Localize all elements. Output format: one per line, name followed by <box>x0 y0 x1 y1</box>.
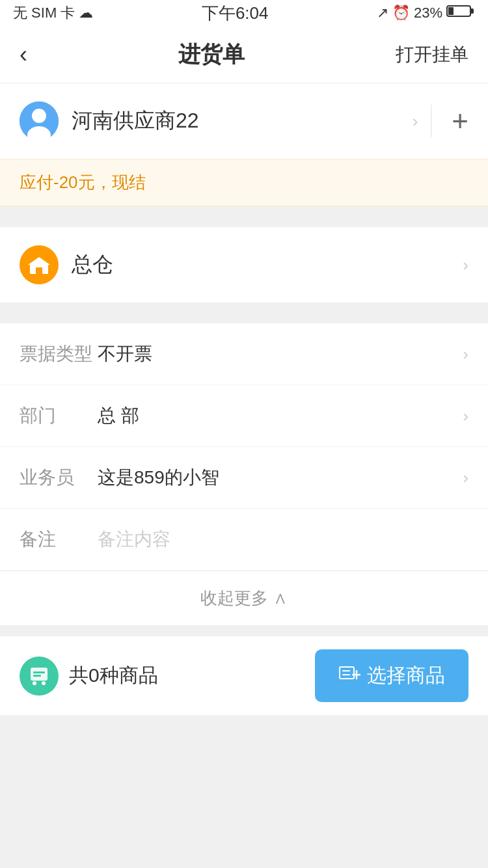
remark-row[interactable]: 备注 备注内容 <box>0 509 488 571</box>
department-arrow-icon: › <box>463 406 468 426</box>
status-time: 下午6:04 <box>202 2 269 25</box>
svg-rect-1 <box>470 8 474 14</box>
invoice-value: 不开票 <box>98 342 456 366</box>
collapse-label: 收起更多 ∧ <box>200 587 287 610</box>
status-right: ↗ ⏰ 23% <box>377 4 475 22</box>
collapse-row[interactable]: 收起更多 ∧ <box>0 571 488 625</box>
supplier-row[interactable]: 河南供应商22 › + <box>0 83 488 159</box>
warehouse-section: 总仓 › <box>0 227 488 303</box>
supplier-notice: 应付-20元，现结 <box>0 159 488 206</box>
warehouse-icon <box>20 245 59 284</box>
status-left: 无 SIM 卡 ☁ <box>13 3 93 23</box>
nav-bar: ‹ 进货单 打开挂单 <box>0 26 488 83</box>
open-pending-button[interactable]: 打开挂单 <box>396 42 468 67</box>
department-value: 总 部 <box>98 403 456 428</box>
supplier-divider <box>431 105 432 137</box>
supplier-name: 河南供应商22 <box>72 107 413 135</box>
department-row[interactable]: 部门 总 部 › <box>0 385 488 447</box>
warehouse-name: 总仓 <box>72 251 456 279</box>
salesman-arrow-icon: › <box>463 468 468 488</box>
invoice-label: 票据类型 <box>20 342 98 366</box>
department-label: 部门 <box>20 403 98 428</box>
remark-input[interactable]: 备注内容 <box>98 527 468 552</box>
page-background <box>0 715 488 868</box>
main-content: 河南供应商22 › + 应付-20元，现结 总仓 › 票据类型 不开票 <box>0 83 488 868</box>
back-button[interactable]: ‹ <box>20 41 27 68</box>
svg-rect-9 <box>31 668 47 681</box>
warehouse-arrow-icon: › <box>463 255 468 275</box>
bottom-bar: 共0种商品 选择商品 <box>0 636 488 715</box>
cart-icon <box>20 657 59 696</box>
svg-rect-2 <box>448 7 454 15</box>
bottom-left: 共0种商品 <box>20 657 158 696</box>
alarm-icon: ⏰ <box>392 5 410 21</box>
page-title: 进货单 <box>178 40 245 70</box>
sim-label: 无 SIM 卡 ☁ <box>13 3 93 23</box>
fields-section: 票据类型 不开票 › 部门 总 部 › 业务员 这是859的小智 › 备注 备注… <box>0 323 488 625</box>
salesman-label: 业务员 <box>20 465 98 490</box>
invoice-row[interactable]: 票据类型 不开票 › <box>0 323 488 385</box>
svg-point-13 <box>42 681 46 685</box>
status-bar: 无 SIM 卡 ☁ 下午6:04 ↗ ⏰ 23% <box>0 0 488 26</box>
supplier-section: 河南供应商22 › + 应付-20元，现结 <box>0 83 488 206</box>
svg-rect-11 <box>33 675 41 677</box>
select-goods-button[interactable]: 选择商品 <box>315 649 468 702</box>
salesman-row[interactable]: 业务员 这是859的小智 › <box>0 447 488 509</box>
svg-marker-7 <box>28 257 50 265</box>
gap-2 <box>0 313 488 323</box>
svg-rect-8 <box>36 267 42 274</box>
add-supplier-button[interactable]: + <box>452 105 468 137</box>
supplier-avatar <box>20 102 59 141</box>
goods-count: 共0种商品 <box>69 662 158 689</box>
select-goods-icon <box>338 664 360 687</box>
battery-icon <box>446 4 475 22</box>
svg-rect-10 <box>33 671 45 673</box>
battery-label: 23% <box>414 5 442 21</box>
gap-1 <box>0 217 488 227</box>
select-goods-label: 选择商品 <box>367 662 445 689</box>
location-icon: ↗ <box>377 5 388 21</box>
salesman-value: 这是859的小智 <box>98 465 456 490</box>
svg-point-12 <box>33 681 36 685</box>
supplier-arrow-icon: › <box>413 111 418 131</box>
svg-point-4 <box>32 109 46 123</box>
invoice-arrow-icon: › <box>463 344 468 364</box>
warehouse-row[interactable]: 总仓 › <box>0 227 488 303</box>
svg-rect-14 <box>340 667 354 679</box>
remark-label: 备注 <box>20 527 98 552</box>
